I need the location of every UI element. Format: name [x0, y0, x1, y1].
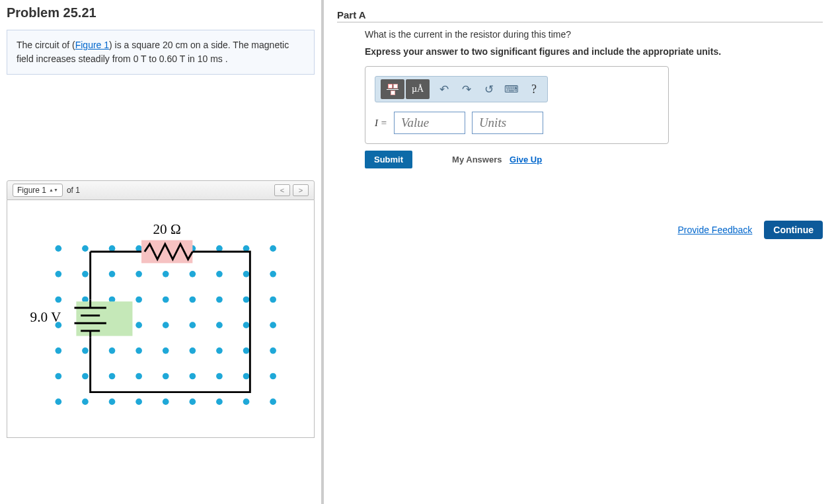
svg-point-16: [243, 271, 250, 277]
svg-point-1: [82, 245, 89, 252]
svg-point-62: [270, 398, 276, 405]
figure-link[interactable]: Figure 1: [75, 40, 109, 50]
svg-point-17: [270, 271, 276, 277]
svg-point-18: [56, 297, 62, 303]
svg-point-35: [270, 322, 276, 328]
undo-button[interactable]: ↶: [436, 81, 452, 97]
svg-point-15: [216, 271, 223, 277]
svg-text:9.0 V: 9.0 V: [30, 309, 61, 325]
submit-button[interactable]: Submit: [365, 151, 412, 168]
figure-next-button[interactable]: >: [293, 184, 309, 196]
desc-pre: The circuit of (: [17, 40, 75, 50]
units-input[interactable]: [472, 112, 543, 134]
svg-point-10: [82, 271, 89, 277]
svg-point-59: [190, 398, 196, 405]
svg-point-57: [135, 398, 142, 405]
svg-point-50: [190, 373, 196, 380]
figure-header: Figure 1 ▲▼ of 1 < >: [7, 180, 315, 200]
svg-point-37: [82, 347, 89, 354]
svg-point-44: [270, 347, 276, 354]
mu-angstrom-icon: µÅ: [412, 84, 424, 94]
svg-point-6: [216, 245, 223, 252]
svg-point-41: [190, 347, 196, 354]
svg-point-26: [270, 297, 276, 303]
figure-selector[interactable]: Figure 1 ▲▼: [13, 184, 63, 197]
svg-point-8: [270, 245, 276, 252]
svg-point-3: [135, 245, 142, 252]
svg-point-9: [56, 271, 62, 277]
question-text: What is the current in the resistor duri…: [365, 29, 823, 40]
equation-label: I =: [375, 118, 387, 129]
figure-body: 20 Ω 9.0 V: [7, 200, 315, 438]
svg-point-38: [109, 347, 116, 354]
fraction-icon: [387, 84, 399, 95]
figure-count: of 1: [67, 186, 80, 195]
keyboard-button[interactable]: ⌨: [504, 81, 519, 97]
svg-point-43: [243, 347, 250, 354]
svg-point-58: [163, 398, 169, 405]
svg-point-7: [243, 245, 250, 252]
svg-point-31: [163, 322, 169, 328]
value-input[interactable]: [394, 112, 465, 134]
svg-point-2: [109, 245, 116, 252]
svg-point-34: [243, 322, 250, 328]
svg-point-24: [216, 297, 223, 303]
svg-point-39: [135, 347, 142, 354]
continue-button[interactable]: Continue: [764, 221, 823, 239]
action-row: Submit My Answers Give Up: [365, 151, 823, 168]
svg-point-33: [216, 322, 223, 328]
instruction-text: Express your answer to two significant f…: [365, 46, 823, 57]
svg-point-56: [109, 398, 116, 405]
svg-point-53: [270, 373, 276, 380]
provide-feedback-link[interactable]: Provide Feedback: [678, 225, 753, 235]
svg-point-51: [216, 373, 223, 380]
svg-point-49: [163, 373, 169, 380]
svg-point-45: [56, 373, 62, 380]
svg-point-22: [163, 297, 169, 303]
svg-point-25: [243, 297, 250, 303]
svg-point-55: [82, 398, 89, 405]
give-up-link[interactable]: Give Up: [510, 155, 542, 164]
help-button[interactable]: ?: [526, 81, 542, 97]
fraction-tool-button[interactable]: [381, 79, 404, 99]
svg-point-52: [243, 373, 250, 380]
svg-point-13: [163, 271, 169, 277]
svg-text:20 Ω: 20 Ω: [153, 221, 180, 237]
svg-point-30: [135, 322, 142, 328]
my-answers-link[interactable]: My Answers: [452, 155, 502, 164]
answer-toolbar: µÅ ↶ ↷ ↺ ⌨ ?: [375, 76, 548, 102]
svg-point-61: [243, 398, 250, 405]
svg-point-36: [56, 347, 62, 354]
svg-point-42: [216, 347, 223, 354]
svg-point-40: [163, 347, 169, 354]
reset-button[interactable]: ↺: [481, 81, 497, 97]
svg-point-12: [135, 271, 142, 277]
units-tool-button[interactable]: µÅ: [406, 79, 430, 99]
svg-point-46: [82, 373, 89, 380]
part-header: Part A: [337, 5, 823, 22]
circuit-diagram: 20 Ω 9.0 V: [13, 213, 309, 424]
svg-point-48: [135, 373, 142, 380]
svg-point-23: [190, 297, 196, 303]
svg-point-0: [56, 245, 62, 252]
svg-point-54: [56, 398, 62, 405]
stepper-icon: ▲▼: [49, 188, 58, 192]
redo-button[interactable]: ↷: [459, 81, 475, 97]
svg-point-21: [135, 297, 142, 303]
svg-point-60: [216, 398, 223, 405]
problem-title: Problem 25.21: [7, 5, 315, 20]
problem-description: The circuit of (Figure 1) is a square 20…: [7, 30, 315, 75]
svg-point-47: [109, 373, 116, 380]
svg-point-32: [190, 322, 196, 328]
svg-point-11: [109, 271, 116, 277]
figure-selector-label: Figure 1: [17, 186, 46, 195]
answer-panel: µÅ ↶ ↷ ↺ ⌨ ? I =: [365, 66, 669, 144]
svg-point-14: [190, 271, 196, 277]
figure-prev-button[interactable]: <: [274, 184, 290, 196]
